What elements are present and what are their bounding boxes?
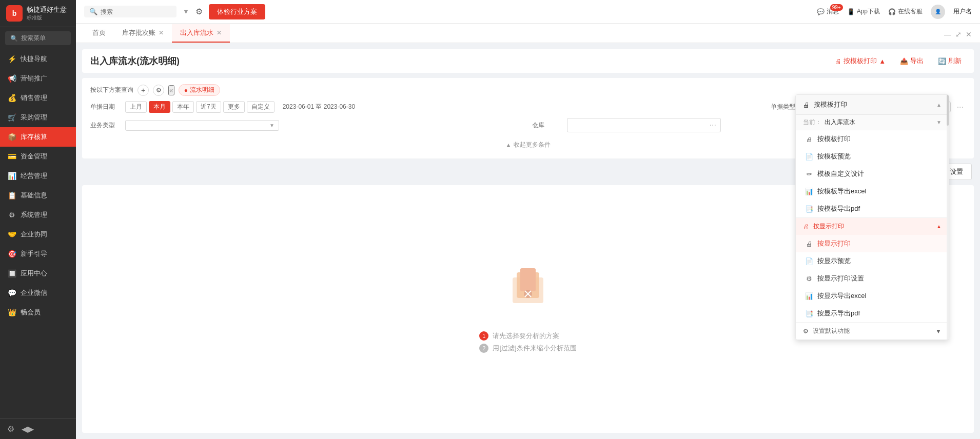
display-export-pdf-item[interactable]: 📑 按显示导出pdf [796, 305, 949, 322]
display-export-excel-item[interactable]: 📊 按显示导出excel [796, 287, 949, 305]
marketing-icon: 📢 [7, 74, 16, 83]
tab-home[interactable]: 首页 [84, 24, 114, 43]
quick-nav-icon: ⚡ [7, 54, 16, 64]
template-print-item[interactable]: 🖨 按模板打印 [796, 130, 949, 148]
system-icon: ⚙ [7, 210, 16, 220]
display-print-settings-item[interactable]: ⚙ 按显示打印设置 [796, 270, 949, 287]
display-settings-icon: ⚙ [805, 274, 813, 283]
filter-add-button[interactable]: + [138, 85, 149, 96]
app-logo-text: 畅捷通好生意 标准版 [27, 5, 67, 22]
tab-flow-close[interactable]: ✕ [217, 29, 222, 36]
app-download-button[interactable]: 📱 App下载 [847, 7, 880, 16]
filter-tag-flow-detail[interactable]: ● 流水明细 [179, 84, 220, 96]
dropdown-footer[interactable]: ⚙ 设置默认功能 ▼ [796, 323, 949, 340]
empty-state-icon [502, 262, 554, 323]
basics-icon: 📋 [7, 191, 16, 200]
sidebar-item-quick-nav[interactable]: ⚡ 快捷导航 [0, 49, 76, 69]
dropdown-header[interactable]: 🖨 按模板打印 ▲ [796, 95, 949, 115]
close-icon[interactable]: ✕ [966, 30, 972, 38]
user-avatar[interactable]: 👤 [931, 5, 945, 19]
sidebar-navigation: ⚡ 快捷导航 📢 营销推广 💰 销售管理 🛒 采购管理 📦 库存核算 💳 资金管… [0, 49, 76, 418]
footer-collapse-icon[interactable]: ◀▶ [22, 424, 34, 434]
display-preview-icon: 📄 [805, 257, 813, 265]
empty-step-2: 2 用[过滤]条件来缩小分析范围 [479, 344, 576, 353]
member-icon: 👑 [7, 308, 16, 317]
custom-date-button[interactable]: 自定义 [247, 101, 275, 113]
industry-solution-button[interactable]: 体验行业方案 [209, 4, 265, 19]
topbar-search-input[interactable] [101, 8, 162, 15]
tab-batch-account[interactable]: 库存批次账 ✕ [114, 24, 172, 43]
template-custom-item[interactable]: ✏ 模板自定义设计 [796, 165, 949, 183]
headset-icon: 🎧 [888, 8, 896, 15]
display-print-header-icon: 🖨 [803, 223, 809, 230]
dropdown-title: 🖨 按模板打印 [803, 100, 847, 109]
filter-settings-button[interactable]: ⚙ [153, 85, 164, 96]
display-print-section: 🖨 按显示打印 ▲ 🖨 按显示打印 📄 按显示预览 ⚙ 按显示打印设置 [796, 218, 949, 323]
display-print-header[interactable]: 🖨 按显示打印 ▲ [796, 218, 949, 235]
current-template-row: 当前： 出入库流水 ▼ [796, 115, 949, 130]
sidebar-item-app-center[interactable]: 🔲 应用中心 [0, 264, 76, 283]
message-icon: 💬 [817, 8, 825, 15]
sidebar-item-guide[interactable]: 🎯 新手引导 [0, 244, 76, 264]
sidebar-item-member[interactable]: 👑 畅会员 [0, 303, 76, 322]
wechat-icon: 💬 [7, 288, 16, 297]
page-title: 出入库流水(流水明细) [90, 55, 180, 67]
sidebar-item-system[interactable]: ⚙ 系统管理 [0, 205, 76, 225]
tab-flow[interactable]: 出入库流水 ✕ [172, 24, 230, 43]
warehouse-select[interactable]: ··· [567, 118, 721, 132]
message-button[interactable]: 💬 消息 99+ [817, 7, 839, 16]
empty-steps-list: 1 请先选择要分析的方案 2 用[过滤]条件来缩小分析范围 [479, 331, 576, 356]
search-menu-button[interactable]: 🔍 搜索菜单 [5, 31, 71, 45]
sidebar-item-sales[interactable]: 💰 销售管理 [0, 88, 76, 108]
sidebar-item-operations[interactable]: 📊 经营管理 [0, 166, 76, 186]
sidebar-item-enterprise[interactable]: 🤝 企业协同 [0, 225, 76, 244]
filter-collapse-button[interactable]: « [168, 85, 174, 95]
enterprise-icon: 🤝 [7, 230, 16, 239]
business-type-select[interactable]: ▼ [125, 120, 279, 131]
default-settings-icon: ⚙ [803, 328, 809, 335]
topbar-settings-button[interactable]: ⚙ [195, 7, 203, 16]
warehouse-label: 仓库 [532, 121, 563, 130]
sales-icon: 💰 [7, 93, 16, 103]
current-value: 出入库流水 [825, 118, 855, 127]
display-excel-icon: 📊 [805, 292, 813, 300]
sidebar: b 畅捷通好生意 标准版 🔍 搜索菜单 ⚡ 快捷导航 📢 营销推广 💰 销售管理… [0, 0, 76, 439]
template-print-button[interactable]: 🖨 按模板打印 ▲ [831, 54, 890, 68]
refresh-button[interactable]: 🔄 刷新 [934, 54, 966, 68]
template-print-icon: 🖨 [805, 135, 813, 143]
this-year-button[interactable]: 本年 [172, 101, 194, 113]
template-export-pdf-item[interactable]: 📑 按模板导出pdf [796, 200, 949, 217]
current-label: 当前： [803, 118, 821, 127]
maximize-icon[interactable]: ⤢ [955, 30, 962, 38]
topbar-search-icon: 🔍 [89, 8, 97, 15]
topbar-dropdown-arrow[interactable]: ▼ [183, 8, 189, 15]
template-preview-item[interactable]: 📄 按模板预览 [796, 148, 949, 165]
voucher-type-more-icon[interactable]: ··· [955, 103, 966, 112]
display-print-item[interactable]: 🖨 按显示打印 [796, 235, 949, 252]
customer-service-button[interactable]: 🎧 在线客服 [888, 7, 923, 16]
footer-settings-icon[interactable]: ⚙ [7, 424, 14, 434]
topbar-search-box[interactable]: 🔍 [84, 6, 177, 17]
date-filter-field: 单据日期 上月 本月 本年 近7天 更多 自定义 2023-06-01 至 20… [90, 101, 762, 113]
minimize-icon[interactable]: — [944, 30, 951, 38]
sidebar-item-basics[interactable]: 📋 基础信息 [0, 186, 76, 205]
sidebar-item-purchase[interactable]: 🛒 采购管理 [0, 108, 76, 127]
7days-button[interactable]: 近7天 [196, 101, 221, 113]
page-title-bar: 出入库流水(流水明细) 🖨 按模板打印 ▲ 📤 导出 🔄 刷新 [82, 49, 974, 73]
last-month-button[interactable]: 上月 [125, 101, 147, 113]
template-export-excel-item[interactable]: 📊 按模板导出excel [796, 183, 949, 200]
printer-dropdown-icon: 🖨 [803, 101, 810, 109]
sidebar-item-wechat[interactable]: 💬 企业微信 [0, 283, 76, 303]
sidebar-item-marketing[interactable]: 📢 营销推广 [0, 69, 76, 88]
tab-batch-account-close[interactable]: ✕ [159, 29, 164, 36]
dropdown-arrow-up: ▲ [936, 102, 942, 108]
finance-icon: 💳 [7, 152, 16, 161]
export-button[interactable]: 📤 导出 [896, 54, 928, 68]
more-date-button[interactable]: 更多 [223, 101, 245, 113]
this-month-button[interactable]: 本月 [149, 101, 170, 113]
display-preview-item[interactable]: 📄 按显示预览 [796, 252, 949, 270]
message-badge: 99+ [830, 4, 843, 11]
dropdown-scrollbar[interactable] [947, 95, 949, 340]
sidebar-item-finance[interactable]: 💳 资金管理 [0, 147, 76, 166]
sidebar-item-inventory[interactable]: 📦 库存核算 [0, 127, 76, 147]
